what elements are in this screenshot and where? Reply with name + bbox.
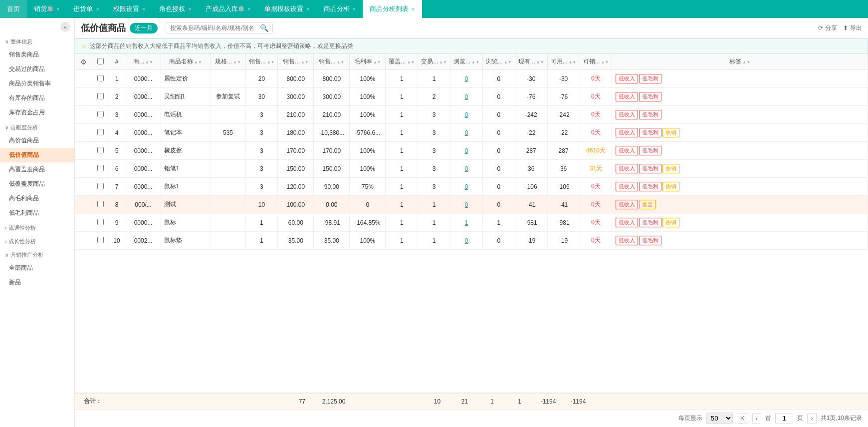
footer-cell-5	[253, 398, 288, 405]
nav-item-analysis-list[interactable]: 商品分析列表×	[363, 0, 422, 18]
filter-tag[interactable]: 近一月	[130, 23, 158, 33]
sidebar-section-0[interactable]: ∨整体信息	[0, 34, 74, 47]
spec-col-header[interactable]: 规格...▲▼	[211, 54, 245, 70]
row-browse1-0[interactable]: 0	[450, 70, 483, 88]
sidebar-item-1-2[interactable]: 高覆盖度商品	[0, 162, 74, 177]
row-checkbox-7[interactable]	[97, 201, 104, 207]
row-check-4[interactable]	[93, 142, 108, 160]
page-input[interactable]	[775, 413, 793, 424]
row-check-3[interactable]	[93, 124, 108, 142]
section-arrow-4: ∨	[5, 252, 8, 258]
trade-col-header[interactable]: 交易...▲▼	[418, 54, 450, 70]
nav-item-home[interactable]: 首页	[0, 0, 27, 18]
row-browse1-5[interactable]: 0	[450, 160, 483, 178]
row-check-0[interactable]	[93, 70, 108, 88]
gross-rate-col-header[interactable]: 毛利率▲▼	[350, 54, 386, 70]
per-page-select[interactable]: 50 100	[706, 413, 733, 424]
sidebar-item-1-1[interactable]: 低价值商品	[0, 148, 74, 162]
sidebar-item-4-1[interactable]: 新品	[0, 275, 74, 290]
sidebar-item-0-1[interactable]: 交易过的商品	[0, 62, 74, 76]
row-browse1-3[interactable]: 0	[450, 124, 483, 142]
nav-close-sales[interactable]: ×	[56, 6, 59, 12]
sellable-col-header[interactable]: 可销...▲▼	[580, 54, 612, 70]
sidebar-section-3[interactable]: ›成长性分析	[0, 234, 74, 247]
available-col-header[interactable]: 可用...▲▼	[547, 54, 580, 70]
row-browse1-8[interactable]: 1	[450, 214, 483, 232]
nav-close-inventory[interactable]: ×	[247, 6, 250, 12]
sidebar-item-1-5[interactable]: 低毛利商品	[0, 206, 74, 220]
sidebar-collapse-button[interactable]: «	[60, 22, 70, 32]
row-browse1-2[interactable]: 0	[450, 106, 483, 124]
prev-page-button[interactable]: ‹	[752, 413, 761, 424]
row-checkbox-0[interactable]	[97, 75, 104, 81]
check-col-header[interactable]	[93, 54, 108, 70]
row-checkbox-3[interactable]	[97, 129, 104, 135]
cover-col-header[interactable]: 覆盖...▲▼	[386, 54, 418, 70]
sales-qty-col-header[interactable]: 销售...▲▼	[245, 54, 278, 70]
tags-col-header[interactable]: 标签▲▼	[612, 54, 868, 70]
row-browse1-6[interactable]: 0	[450, 178, 483, 196]
browse1-col-header[interactable]: 浏览...▲▼	[450, 54, 483, 70]
row-browse1-9[interactable]: 0	[450, 232, 483, 250]
row-checkbox-1[interactable]	[97, 93, 104, 99]
row-check-7[interactable]	[93, 196, 108, 214]
row-stock-now-9: -19	[515, 232, 547, 250]
nav-close-template[interactable]: ×	[306, 6, 309, 12]
row-check-1[interactable]	[93, 88, 108, 106]
nav-close-analysis-list[interactable]: ×	[412, 6, 415, 12]
nav-item-template[interactable]: 单据模板设置×	[257, 0, 316, 18]
settings-col-header[interactable]: ⚙	[75, 54, 93, 70]
row-browse1-1[interactable]: 0	[450, 88, 483, 106]
sidebar-item-1-4[interactable]: 高毛利商品	[0, 191, 74, 206]
nav-item-sales[interactable]: 销货单×	[27, 0, 66, 18]
row-check-9[interactable]	[93, 232, 108, 250]
row-browse1-7[interactable]: 0	[450, 196, 483, 214]
settings-icon[interactable]: ⚙	[80, 58, 87, 66]
nav-close-purchase[interactable]: ×	[96, 6, 99, 12]
search-input[interactable]	[170, 24, 260, 31]
row-check-6[interactable]	[93, 178, 108, 196]
sidebar-item-0-3[interactable]: 有库存的商品	[0, 91, 74, 105]
name-col-header[interactable]: 商品名称▲▼	[161, 54, 211, 70]
sales-amt-col-header[interactable]: 销售...▲▼	[278, 54, 314, 70]
sidebar-item-1-0[interactable]: 高价值商品	[0, 133, 74, 148]
search-icon[interactable]: 🔍	[260, 24, 268, 32]
row-num-0: 1	[108, 70, 126, 88]
code-col-header[interactable]: 商...▲▼	[126, 54, 161, 70]
stock-now-col-header[interactable]: 现有...▲▼	[515, 54, 547, 70]
sidebar-section-1[interactable]: ∨贡献度分析	[0, 120, 74, 133]
first-page-button[interactable]: K	[737, 413, 748, 424]
sales-avg-col-header[interactable]: 销售...▲▼	[314, 54, 350, 70]
sidebar-section-2[interactable]: ›流通性分析	[0, 220, 74, 234]
row-checkbox-8[interactable]	[97, 219, 104, 225]
row-check-2[interactable]	[93, 106, 108, 124]
select-all-checkbox[interactable]	[97, 58, 104, 64]
row-checkbox-6[interactable]	[97, 183, 104, 189]
sidebar-item-4-0[interactable]: 全部商品	[0, 261, 74, 275]
table-wrapper[interactable]: ⚙ # 商...▲▼ 商品名称▲▼ 规格...▲▼ 销售...▲▼ 销售...▲…	[75, 54, 868, 393]
share-button[interactable]: ⟳ 分享	[818, 24, 837, 32]
sidebar-item-0-0[interactable]: 销售类商品	[0, 47, 74, 62]
row-checkbox-4[interactable]	[97, 147, 104, 153]
browse2-col-header[interactable]: 浏览...▲▼	[482, 54, 515, 70]
row-checkbox-5[interactable]	[97, 165, 104, 171]
nav-close-roles[interactable]: ×	[188, 6, 191, 12]
nav-item-permissions[interactable]: 权限设置×	[106, 0, 152, 18]
row-browse1-4[interactable]: 0	[450, 142, 483, 160]
sidebar-section-4[interactable]: ∨营销推广分析	[0, 247, 74, 261]
nav-item-analysis[interactable]: 商品分析×	[317, 0, 363, 18]
row-check-8[interactable]	[93, 214, 108, 232]
nav-item-purchase[interactable]: 进货单×	[66, 0, 106, 18]
nav-item-roles[interactable]: 角色授权×	[152, 0, 198, 18]
row-checkbox-2[interactable]	[97, 111, 104, 117]
sidebar-item-0-2[interactable]: 商品分类销售率	[0, 76, 74, 91]
sidebar-item-0-4[interactable]: 库存资金占用	[0, 105, 74, 120]
export-button[interactable]: ⬆ 导出	[843, 24, 862, 32]
sidebar-item-1-3[interactable]: 低覆盖度商品	[0, 177, 74, 191]
next-page-button[interactable]: ›	[807, 413, 816, 424]
row-check-5[interactable]	[93, 160, 108, 178]
nav-close-permissions[interactable]: ×	[142, 6, 145, 12]
nav-item-inventory[interactable]: 产成品入库单×	[199, 0, 257, 18]
nav-close-analysis[interactable]: ×	[353, 6, 356, 12]
row-checkbox-9[interactable]	[97, 237, 104, 243]
